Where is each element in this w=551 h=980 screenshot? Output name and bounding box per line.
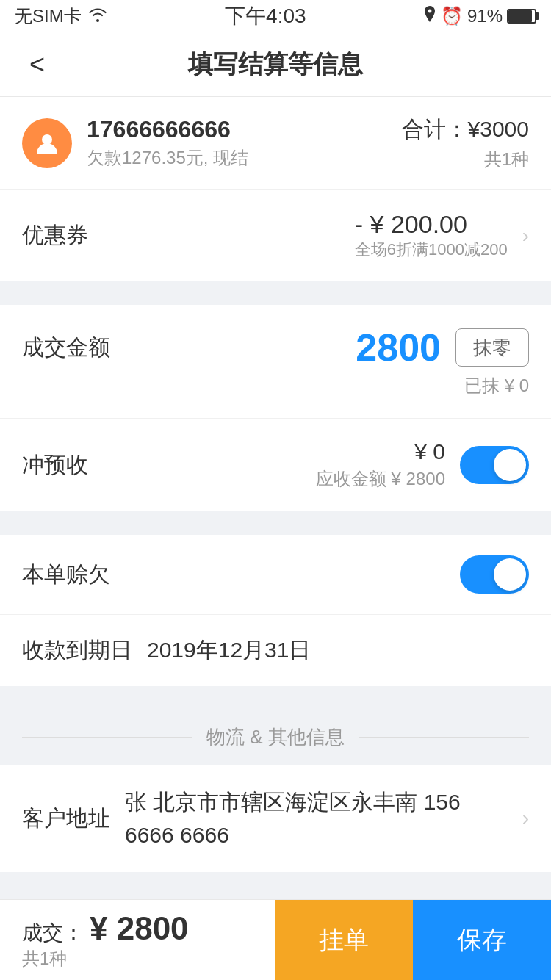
prereceive-toggle[interactable] xyxy=(460,446,529,484)
divider-2 xyxy=(0,523,551,535)
prereceive-subtext: 应收金额 ¥ 2800 xyxy=(316,467,445,491)
battery-percent: 91% xyxy=(467,6,503,26)
toggle-knob-prereceive xyxy=(494,449,526,481)
duedate-label: 收款到期日 xyxy=(22,635,132,666)
logistics-text: 物流 & 其他信息 xyxy=(206,724,345,750)
battery-icon xyxy=(507,9,536,24)
customer-row: 17666666666 欠款1276.35元, 现结 合计：¥3000 共1种 xyxy=(0,97,551,189)
customer-count: 共1种 xyxy=(402,148,529,171)
page-header: < 填写结算等信息 xyxy=(0,32,551,97)
footer-amount: ¥ 2800 xyxy=(90,910,189,947)
footer-count: 共1种 xyxy=(22,947,253,970)
page-title: 填写结算等信息 xyxy=(188,48,363,82)
status-time: 下午4:03 xyxy=(225,2,306,30)
address-card: 客户地址 张 北京市市辖区海淀区永丰南 156 6666 6666 › xyxy=(0,765,551,872)
coupon-right: - ¥ 200.00 全场6折满1000减200 › xyxy=(355,210,529,261)
footer: 成交： ¥ 2800 共1种 挂单 保存 xyxy=(0,899,551,980)
duedate-value: 2019年12月31日 xyxy=(147,635,311,666)
round-button[interactable]: 抹零 xyxy=(455,328,529,367)
customer-left: 17666666666 欠款1276.35元, 现结 xyxy=(22,116,248,170)
prereceive-section: 冲预收 ¥ 0 应收金额 ¥ 2800 xyxy=(0,418,551,511)
amount-right: 2800 抹零 xyxy=(356,325,529,370)
amount-label: 成交金额 xyxy=(22,333,110,363)
address-value: 张 北京市市辖区海淀区永丰南 156 6666 6666 xyxy=(110,785,515,851)
amount-section: 成交金额 2800 抹零 已抹 ¥ 0 xyxy=(0,305,551,418)
duedate-row: 收款到期日 2019年12月31日 xyxy=(22,635,529,666)
address-label: 客户地址 xyxy=(22,804,110,834)
save-button[interactable]: 保存 xyxy=(413,900,551,981)
customer-info: 17666666666 欠款1276.35元, 现结 xyxy=(87,116,248,170)
footer-total-label: 成交： xyxy=(22,919,84,947)
customer-subtext: 欠款1276.35元, 现结 xyxy=(87,146,248,170)
amount-card: 成交金额 2800 抹零 已抹 ¥ 0 冲预收 ¥ 0 应收金额 ¥ 2800 xyxy=(0,305,551,511)
coupon-subtext: 全场6折满1000减200 xyxy=(355,239,508,261)
status-right: ⏰ 91% xyxy=(423,6,536,26)
coupon-chevron-icon: › xyxy=(522,224,529,248)
customer-total: 合计：¥3000 xyxy=(402,115,529,145)
divider-3 xyxy=(0,698,551,710)
logistics-line-right xyxy=(359,737,529,738)
prereceive-amount: ¥ 0 应收金额 ¥ 2800 xyxy=(316,439,445,491)
status-left: 无SIM卡 xyxy=(15,4,108,28)
customer-right: 合计：¥3000 共1种 xyxy=(402,115,529,171)
prereceive-right: ¥ 0 应收金额 ¥ 2800 xyxy=(316,439,529,491)
duedate-section: 收款到期日 2019年12月31日 xyxy=(0,614,551,686)
amount-row: 成交金额 2800 抹零 xyxy=(22,325,529,370)
alarm-icon: ⏰ xyxy=(441,6,463,26)
coupon-row[interactable]: 优惠券 - ¥ 200.00 全场6折满1000减200 › xyxy=(0,189,551,281)
address-section[interactable]: 客户地址 张 北京市市辖区海淀区永丰南 156 6666 6666 › xyxy=(0,765,551,872)
customer-phone: 17666666666 xyxy=(87,116,248,143)
svg-point-0 xyxy=(42,134,52,145)
logistics-line-left xyxy=(22,737,192,738)
prereceive-row: 冲预收 ¥ 0 应收金额 ¥ 2800 xyxy=(22,439,529,491)
footer-total-row: 成交： ¥ 2800 xyxy=(22,910,253,947)
toggle-knob-debt xyxy=(494,558,526,591)
amount-number: 2800 xyxy=(356,325,441,370)
address-chevron-icon: › xyxy=(522,807,529,830)
debt-section: 本单赊欠 xyxy=(0,535,551,614)
debt-label: 本单赊欠 xyxy=(22,560,110,590)
wifi-icon xyxy=(87,6,108,26)
coupon-info: - ¥ 200.00 全场6折满1000减200 xyxy=(355,210,508,261)
avatar xyxy=(22,118,72,168)
prereceive-label: 冲预收 xyxy=(22,450,88,480)
footer-info: 成交： ¥ 2800 共1种 xyxy=(0,910,275,970)
coupon-amount: - ¥ 200.00 xyxy=(355,210,508,239)
debt-card: 本单赊欠 收款到期日 2019年12月31日 xyxy=(0,535,551,686)
amount-subtext: 已抹 ¥ 0 xyxy=(22,374,529,397)
main-content: 17666666666 欠款1276.35元, 现结 合计：¥3000 共1种 … xyxy=(0,97,551,980)
coupon-label: 优惠券 xyxy=(22,220,88,251)
logistics-divider: 物流 & 其他信息 xyxy=(0,710,551,765)
customer-card: 17666666666 欠款1276.35元, 现结 合计：¥3000 共1种 … xyxy=(0,97,551,281)
carrier-text: 无SIM卡 xyxy=(15,4,82,28)
back-button[interactable]: < xyxy=(22,42,52,87)
location-icon xyxy=(423,6,436,26)
status-bar: 无SIM卡 下午4:03 ⏰ 91% xyxy=(0,0,551,32)
prereceive-num: ¥ 0 xyxy=(316,439,445,464)
pending-button[interactable]: 挂单 xyxy=(275,900,413,981)
divider-1 xyxy=(0,293,551,305)
debt-toggle[interactable] xyxy=(460,555,529,594)
